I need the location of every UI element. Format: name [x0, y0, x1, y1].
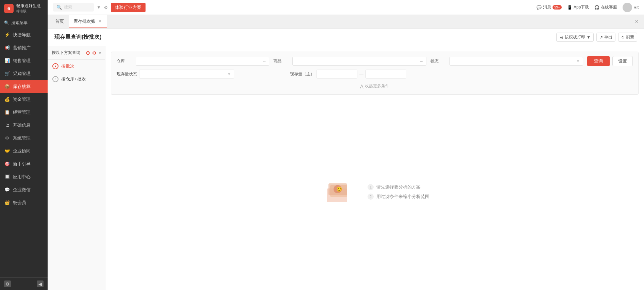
quick-nav-icon: ⚡	[4, 32, 10, 38]
sidebar-logo: 6 畅康通好生意 标准版	[0, 0, 48, 17]
search-menu-item[interactable]: 🔍 搜索菜单	[0, 17, 48, 29]
sidebar-item-marketing[interactable]: 📢 营销推广	[0, 41, 48, 54]
sidebar-item-basic[interactable]: 🗂 基础信息	[0, 119, 48, 132]
tab-batch-account[interactable]: 库存批次账 ✕	[69, 15, 107, 28]
filter-bar: 仓库 ··· 商品 ···	[111, 52, 639, 95]
sidebar-bottom: ⚙ ◀	[0, 277, 48, 290]
left-panel: 按以下方案查询 ⊕ ⚙ « ● 按批次 ○ 按仓库+批次	[48, 46, 105, 290]
operations-icon: 📋	[4, 109, 10, 115]
user-avatar	[623, 3, 632, 12]
empty-tip-2: 2 用过滤条件来缩小分析范围	[368, 194, 429, 200]
purchase-icon: 🛒	[4, 71, 10, 77]
inventory-icon: 📦	[4, 84, 10, 90]
page-actions: 🖨 按模板打印 ▼ ↗ 导出 ↻ 刷新	[556, 33, 637, 42]
tab-panel-close[interactable]: ✕	[632, 19, 641, 24]
search-icon: 🔍	[4, 20, 9, 25]
dropdown-icon[interactable]: ▼	[97, 5, 101, 10]
stock-status-dropdown-icon[interactable]: ▼	[227, 72, 231, 76]
sales-icon: 📊	[4, 58, 10, 64]
print-icon: 🖨	[559, 35, 563, 40]
wechat-icon: 💬	[4, 187, 10, 193]
query-button[interactable]: 查询	[587, 56, 610, 66]
phone-icon: 📱	[567, 5, 572, 10]
sidebar-item-sales[interactable]: 📊 销售管理	[0, 54, 48, 67]
left-panel-actions: ⊕ ⚙ «	[86, 50, 101, 56]
main-area: 🔍 搜索 ▼ ⚙ 体验行业方案 💬 消息 99+ 📱 App下载 🎧 在线客服	[48, 0, 644, 290]
messages-btn[interactable]: 💬 消息 99+	[537, 4, 562, 10]
filter-actions: 查询 设置	[587, 56, 633, 66]
scheme-by-warehouse-batch[interactable]: ○ 按仓库+批次	[48, 73, 105, 86]
online-service-btn[interactable]: 🎧 在线客服	[594, 4, 617, 10]
product-more-btn[interactable]: ···	[420, 59, 423, 64]
app-download-btn[interactable]: 📱 App下载	[567, 4, 589, 10]
sidebar-item-quick-nav[interactable]: ⚡ 快捷导航	[0, 29, 48, 41]
print-dropdown-icon[interactable]: ▼	[587, 35, 591, 40]
left-panel-header: 按以下方案查询 ⊕ ⚙ «	[48, 46, 105, 60]
print-btn[interactable]: 🖨 按模板打印 ▼	[556, 33, 594, 42]
stock-main-min-input[interactable]	[317, 70, 357, 78]
filter-row-2: 现存量状态 ▼ 现存量（主） —	[117, 70, 633, 78]
add-scheme-btn[interactable]: ⊕	[86, 50, 90, 56]
right-panel: 仓库 ··· 商品 ···	[105, 46, 644, 290]
collapse-panel-btn[interactable]: «	[99, 51, 101, 55]
search-icon: 🔍	[56, 5, 62, 10]
collapse-icon: ⋀	[360, 84, 363, 89]
sidebar-item-member[interactable]: 👑 畅会员	[0, 196, 48, 209]
top-bar: 🔍 搜索 ▼ ⚙ 体验行业方案 💬 消息 99+ 📱 App下载 🎧 在线客服	[48, 0, 644, 15]
sidebar-item-apps[interactable]: 🔲 应用中心	[0, 170, 48, 183]
user-avatar-btn[interactable]: Rit	[623, 3, 639, 12]
tab-home[interactable]: 首页	[50, 15, 69, 28]
scheme-by-batch[interactable]: ● 按批次	[48, 60, 105, 73]
collapse-more-btn[interactable]: ⋀ 收起更多条件	[117, 82, 633, 90]
page-header: 现存量查询(按批次) 🖨 按模板打印 ▼ ↗ 导出 ↻ 刷新	[48, 29, 644, 46]
product-input[interactable]: ···	[292, 57, 426, 66]
stock-main-max-input[interactable]	[366, 70, 406, 78]
warehouse-input[interactable]: ···	[136, 57, 269, 66]
warehouse-more-btn[interactable]: ···	[263, 59, 266, 64]
sidebar-item-newbie[interactable]: 🎯 新手引导	[0, 158, 48, 170]
warehouse-filter: 仓库 ···	[117, 57, 269, 66]
sidebar-item-purchase[interactable]: 🛒 采购管理	[0, 67, 48, 80]
filter-row-1: 仓库 ··· 商品 ···	[117, 56, 633, 66]
apps-icon: 🔲	[4, 174, 10, 180]
export-btn[interactable]: ↗ 导出	[596, 33, 615, 42]
settings-button[interactable]: 设置	[612, 56, 633, 66]
empty-tip-1: 1 请先选择要分析的方案	[368, 184, 429, 190]
stock-status-filter: 现存量状态 ▼	[117, 70, 286, 78]
experience-btn[interactable]: 体验行业方案	[111, 3, 146, 12]
scheme-settings-btn[interactable]: ⚙	[92, 50, 97, 56]
stock-status-input[interactable]: ▼	[139, 70, 234, 78]
app-logo-text: 畅康通好生意 标准版	[16, 3, 41, 14]
tab-close-btn[interactable]: ✕	[98, 19, 102, 24]
empty-state: 😊 1 请先选择要分析的方案 2 用过滤条件来缩小分析范围	[111, 99, 639, 285]
system-icon: ⚙	[4, 135, 10, 141]
status-dropdown-icon[interactable]: ▼	[576, 59, 580, 64]
app-logo-icon: 6	[4, 4, 14, 13]
sidebar-item-inventory[interactable]: 📦 库存核算	[0, 80, 48, 93]
sidebar-item-finance[interactable]: 💰 资金管理	[0, 93, 48, 106]
headset-icon: 🎧	[594, 5, 599, 10]
top-bar-search[interactable]: 🔍 搜索	[53, 3, 94, 12]
finance-icon: 💰	[4, 96, 10, 103]
member-icon: 👑	[4, 200, 10, 206]
sidebar-item-enterprise[interactable]: 🤝 企业协同	[0, 145, 48, 158]
sidebar-item-operations[interactable]: 📋 经营管理	[0, 106, 48, 119]
svg-text:😊: 😊	[336, 186, 342, 192]
empty-illustration: 😊	[320, 175, 354, 209]
page-body: 按以下方案查询 ⊕ ⚙ « ● 按批次 ○ 按仓库+批次	[48, 46, 644, 290]
sidebar-scroll-up[interactable]: ⚙	[4, 280, 11, 287]
basic-icon: 🗂	[4, 122, 10, 128]
enterprise-icon: 🤝	[4, 148, 10, 154]
sidebar-item-wechat[interactable]: 💬 企业微信	[0, 183, 48, 196]
empty-tips: 1 请先选择要分析的方案 2 用过滤条件来缩小分析范围	[368, 184, 429, 200]
top-bar-left: 🔍 搜索 ▼ ⚙ 体验行业方案	[53, 3, 146, 12]
status-input[interactable]: ▼	[450, 57, 583, 66]
refresh-btn[interactable]: ↻ 刷新	[618, 33, 637, 42]
product-filter: 商品 ···	[273, 57, 426, 66]
sidebar-collapse[interactable]: ◀	[37, 280, 44, 287]
sidebar: 6 畅康通好生意 标准版 🔍 搜索菜单 ⚡ 快捷导航 📢 营销推广 📊 销售管理…	[0, 0, 48, 290]
stock-main-filter: 现存量（主） —	[290, 70, 459, 78]
marketing-icon: 📢	[4, 45, 10, 51]
settings-gear-icon[interactable]: ⚙	[104, 5, 108, 10]
sidebar-item-system[interactable]: ⚙ 系统管理	[0, 132, 48, 145]
